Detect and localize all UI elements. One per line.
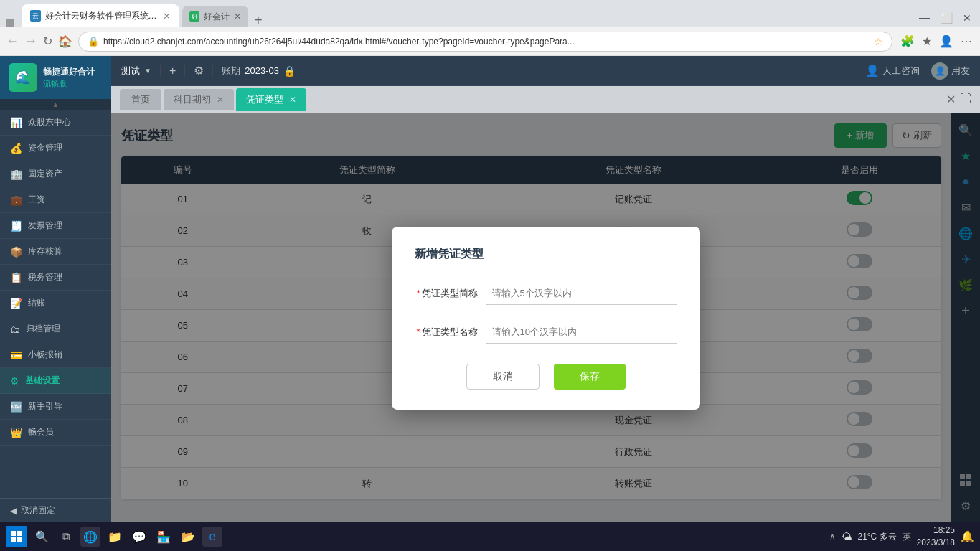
- taskbar-task-view[interactable]: ⧉: [56, 527, 76, 547]
- pin-icon: ◀: [10, 506, 17, 516]
- salary-icon: 💼: [10, 194, 22, 206]
- address-bar[interactable]: 🔒 https://cloud2.chanjet.com/accounting/…: [78, 32, 892, 52]
- maximize-button[interactable]: ⬜: [938, 12, 956, 24]
- sidebar-item-dashen[interactable]: 📊 众股东中心: [0, 110, 111, 136]
- cancel-pin-button[interactable]: ◀ 取消固定: [0, 498, 111, 522]
- tab-home[interactable]: 首页: [120, 89, 161, 110]
- asset-icon: 🏢: [10, 169, 22, 180]
- user-button[interactable]: 👤 用友: [931, 62, 970, 80]
- sidebar-item-settle[interactable]: 📝 结账: [0, 291, 111, 316]
- sidebar-item-fund[interactable]: 💰 资金管理: [0, 136, 111, 161]
- logo-icon: 🌊: [15, 70, 31, 85]
- taskbar-clock: 18:25 2023/3/18: [917, 524, 955, 549]
- sidebar-item-asset[interactable]: 🏢 固定资产: [0, 161, 111, 187]
- sidebar-item-tax[interactable]: 📋 税务管理: [0, 265, 111, 291]
- forward-button[interactable]: →: [24, 34, 37, 49]
- close-button[interactable]: ✕: [960, 12, 974, 24]
- taskbar-wechat-icon: 💬: [132, 530, 146, 544]
- invoice-icon: 🧾: [10, 220, 22, 232]
- tab-voucher-type[interactable]: 凭证类型 ✕: [236, 88, 306, 111]
- tab-voucher-type-label: 凭证类型: [246, 93, 283, 106]
- top-bar: 测试 ▼ + ⚙ 账期 2023-03 🔒 👤 人工咨询 👤 用友: [111, 56, 980, 86]
- taskbar-right: ∧ 🌤 21°C 多云 英 18:25 2023/3/18 🔔: [829, 524, 974, 549]
- sidebar-scroll-up[interactable]: ▲: [0, 99, 111, 110]
- page-content: 凭证类型 + 新增 ↻ 刷新 编号: [111, 113, 980, 522]
- expand-icon[interactable]: ⛶: [960, 93, 971, 106]
- salary-label: 工资: [28, 194, 45, 206]
- tab-subject[interactable]: 科目期初 ✕: [164, 89, 234, 110]
- add-company-icon[interactable]: +: [169, 65, 176, 77]
- taskbar-date: 2023/3/18: [917, 537, 955, 549]
- user-avatar: 👤: [931, 62, 948, 80]
- dashen-label: 众股东中心: [28, 116, 71, 128]
- sidebar-item-archive[interactable]: 🗂 归档管理: [0, 316, 111, 342]
- sidebar-item-invoice[interactable]: 🧾 发票管理: [0, 213, 111, 239]
- taskbar-search[interactable]: 🔍: [32, 527, 52, 547]
- field-name-label-wrapper: * 凭证类型名称: [415, 326, 486, 339]
- invoice-label: 发票管理: [28, 220, 62, 232]
- guide-icon: 🆕: [10, 401, 22, 413]
- taskbar-edge-icon: e: [209, 530, 216, 543]
- field-name-label: 凭证类型名称: [422, 326, 478, 339]
- taskbar-wechat[interactable]: 💬: [129, 527, 149, 547]
- tab-favicon-2: 好: [189, 11, 199, 22]
- required-star-short: *: [416, 288, 420, 298]
- new-tab-button[interactable]: +: [250, 13, 267, 27]
- tab-voucher-type-close[interactable]: ✕: [289, 95, 296, 105]
- sidebar-item-guide[interactable]: 🆕 新手引导: [0, 394, 111, 420]
- address-star-icon[interactable]: ☆: [874, 36, 883, 47]
- sidebar-item-expense[interactable]: 💳 小畅报销: [0, 342, 111, 368]
- tax-label: 税务管理: [28, 271, 62, 283]
- tab-inactive[interactable]: 好 好会计 ✕: [182, 6, 248, 27]
- expense-label: 小畅报销: [28, 349, 62, 361]
- sidebar: 🌊 畅捷通好合计 流畅版 ▲ 📊 众股东中心 💰 资金管理 🏢 固定资产: [0, 56, 111, 522]
- taskbar-chrome[interactable]: 🌐: [80, 527, 100, 547]
- start-button[interactable]: [6, 526, 27, 547]
- taskbar-folder[interactable]: 📂: [178, 527, 198, 547]
- favorites-icon[interactable]: ★: [920, 34, 934, 48]
- company-dropdown-icon: ▼: [144, 67, 151, 75]
- reload-button[interactable]: ↻: [43, 34, 52, 48]
- menu-icon[interactable]: ⋯: [958, 34, 974, 48]
- taskbar-file[interactable]: 📁: [105, 527, 125, 547]
- tab-label-1: 好会计云财务软件管理系统_会计: [45, 10, 159, 22]
- save-button[interactable]: 保存: [554, 364, 626, 390]
- consult-button[interactable]: 👤 人工咨询: [865, 64, 920, 77]
- voucher-name-input[interactable]: [486, 321, 677, 344]
- sidebar-item-stock[interactable]: 📦 库存核算: [0, 239, 111, 265]
- sidebar-logo: 🌊: [9, 63, 37, 92]
- content-tabs-bar: 首页 科目期初 ✕ 凭证类型 ✕ ✕ ⛶: [111, 86, 980, 113]
- window-controls-left: [6, 19, 14, 27]
- sidebar-item-settings[interactable]: ⚙ 基础设置: [0, 368, 111, 394]
- tab-close-2[interactable]: ✕: [234, 11, 241, 22]
- fund-label: 资金管理: [28, 142, 62, 154]
- settings-gear-icon[interactable]: ⚙: [194, 64, 204, 77]
- taskbar-store[interactable]: 🏪: [154, 527, 174, 547]
- home-button[interactable]: 🏠: [58, 34, 72, 48]
- member-icon: 👑: [10, 427, 22, 438]
- app-layout: 🌊 畅捷通好合计 流畅版 ▲ 📊 众股东中心 💰 资金管理 🏢 固定资产: [0, 56, 980, 522]
- back-button[interactable]: ←: [6, 34, 19, 49]
- taskbar-time: 18:25: [917, 524, 955, 537]
- company-selector[interactable]: 测试 ▼: [121, 65, 151, 77]
- tab-active[interactable]: 云 好会计云财务软件管理系统_会计 ✕: [22, 4, 179, 27]
- cancel-button[interactable]: 取消: [466, 364, 540, 390]
- tax-icon: 📋: [10, 272, 22, 283]
- tab-subject-close[interactable]: ✕: [217, 95, 224, 105]
- cancel-pin-label: 取消固定: [21, 504, 55, 517]
- extensions-icon[interactable]: 🧩: [898, 34, 917, 48]
- collapse-icon[interactable]: ✕: [946, 93, 956, 106]
- tab-close-1[interactable]: ✕: [163, 11, 171, 22]
- taskbar-store-icon: 🏪: [156, 530, 171, 544]
- notification-icon[interactable]: 🔔: [961, 530, 974, 543]
- sidebar-item-salary[interactable]: 💼 工资: [0, 187, 111, 213]
- sidebar-items: 📊 众股东中心 💰 资金管理 🏢 固定资产 💼 工资 🧾 发票管理 📦: [0, 110, 111, 498]
- voucher-short-input[interactable]: [486, 282, 677, 305]
- tab-favicon-1: 云: [30, 10, 41, 22]
- taskbar-edge[interactable]: e: [202, 527, 222, 547]
- profile-icon[interactable]: 👤: [937, 34, 956, 48]
- minimize-button[interactable]: —: [916, 11, 933, 24]
- sidebar-item-member[interactable]: 👑 畅会员: [0, 420, 111, 446]
- period-label: 账期: [222, 65, 240, 77]
- taskbar-chevron-icon[interactable]: ∧: [829, 532, 836, 542]
